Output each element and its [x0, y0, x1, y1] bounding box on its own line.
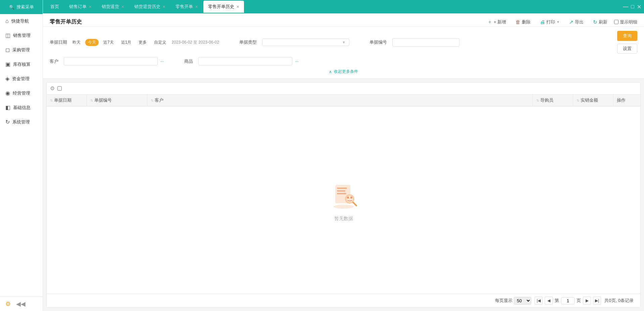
tab-sales-return-close[interactable]: ✕	[121, 5, 124, 9]
finance-icon: ◈	[5, 75, 9, 82]
th-amount-label: 实销金额	[581, 97, 598, 103]
shortcut-custom[interactable]: 自定义	[151, 39, 169, 46]
sidebar-label-inventory: 库存核算	[13, 61, 31, 67]
sort-amount-icon: ⇅	[577, 99, 579, 102]
add-label: + 新增	[494, 19, 506, 25]
prev-page-button[interactable]: ◀	[545, 297, 553, 305]
delete-button[interactable]: 🗑 删除	[513, 18, 533, 27]
export-label: 导出	[575, 19, 584, 25]
tab-retail-open-history[interactable]: 零售开单历史 ✕	[203, 1, 244, 13]
sidebar-label-system: 系统管理	[12, 119, 30, 125]
tab-sales-return-label: 销货退货	[102, 4, 119, 10]
sidebar-search-label: 搜索采单	[16, 4, 34, 10]
sidebar-item-basic-info[interactable]: ◧ 基础信息	[0, 100, 43, 115]
svg-rect-4	[337, 193, 346, 194]
tab-retail-open-close[interactable]: ✕	[195, 5, 198, 9]
tab-sales-return[interactable]: 销货退货 ✕	[97, 1, 129, 13]
window-close-icon[interactable]: ✕	[637, 4, 641, 10]
refresh-label: 刷新	[599, 19, 607, 25]
select-all-checkbox[interactable]	[57, 86, 62, 91]
empty-illustration	[327, 178, 360, 212]
table-head: ⇅ 单据日期 ⇅ 单据编号 ⇅ 客户 ⇅ 导购员 ⇅ 实销金额 操作	[47, 95, 640, 106]
settings-icon[interactable]: ⚙	[5, 300, 11, 308]
svg-line-7	[353, 202, 356, 206]
quick-nav-icon: ⌂	[5, 18, 9, 24]
per-page-dropdown[interactable]: 50 100 200	[514, 297, 531, 305]
collapse-bar[interactable]: ∧ 收起更多条件	[50, 69, 637, 74]
tab-retail-open-history-close[interactable]: ✕	[236, 5, 239, 9]
page-size-select: 每页显示 50 100 200	[495, 297, 531, 305]
table-settings-icon[interactable]: ⚙	[50, 85, 55, 92]
sidebar-item-business[interactable]: ◉ 经营管理	[0, 86, 43, 100]
th-customer[interactable]: ⇅ 客户	[147, 95, 533, 106]
tab-sales-return-history-close[interactable]: ✕	[162, 5, 165, 9]
sidebar-label-quick-nav: 快捷导航	[11, 18, 29, 24]
first-page-button[interactable]: |◀	[535, 297, 543, 305]
show-detail-checkbox[interactable]: 显示明细	[614, 19, 637, 25]
main-content: 首页 销售订单 ✕ 销货退货 ✕ 销货退货历史 ✕ 零售开单 ✕ 零售开单历史 …	[43, 0, 644, 311]
sidebar-item-sales-mgmt[interactable]: ◫ 销售管理	[0, 28, 43, 43]
tab-home[interactable]: 首页	[46, 2, 64, 12]
shortcut-yesterday[interactable]: 昨天	[70, 39, 83, 46]
shortcut-7days[interactable]: 近7天	[101, 39, 116, 46]
add-button[interactable]: ＋ + 新增	[485, 17, 509, 27]
export-icon: ↗	[569, 19, 574, 25]
last-page-button[interactable]: ▶|	[593, 297, 601, 305]
sidebar-search[interactable]: 🔍 搜索采单	[0, 0, 43, 14]
setting-button[interactable]: 设置	[617, 44, 637, 54]
tab-sales-order[interactable]: 销售订单 ✕	[64, 1, 96, 13]
tab-bar-controls: — □ ✕	[623, 4, 641, 10]
goods-input[interactable]	[198, 57, 292, 65]
number-input[interactable]	[392, 38, 459, 47]
customer-more-btn[interactable]: ···	[160, 59, 164, 64]
tab-sales-return-history[interactable]: 销货退货历史 ✕	[130, 1, 170, 13]
page-input[interactable]	[561, 297, 575, 304]
empty-state: 暂无数据	[327, 178, 360, 222]
refresh-button[interactable]: ↻ 刷新	[590, 18, 610, 27]
refresh-icon: ↻	[593, 19, 597, 25]
print-button[interactable]: 🖨 打印 ▼	[537, 18, 562, 27]
sidebar-item-system[interactable]: ↻ 系统管理	[0, 115, 43, 129]
sidebar-item-inventory[interactable]: ▣ 库存核算	[0, 57, 43, 71]
th-amount[interactable]: ⇅ 实销金额	[573, 95, 613, 106]
export-button[interactable]: ↗ 导出	[566, 18, 586, 27]
business-icon: ◉	[5, 90, 10, 96]
type-field: 单据类型 ▼	[239, 39, 349, 46]
page-label: 第	[555, 298, 559, 304]
date-range: 2023-06-02 至 2023-06-02	[171, 40, 219, 45]
window-maximize-icon[interactable]: □	[631, 4, 634, 10]
goods-more-btn[interactable]: ···	[295, 59, 299, 64]
th-guide[interactable]: ⇅ 导购员	[533, 95, 573, 106]
show-detail-input[interactable]	[614, 20, 618, 24]
tab-retail-open-history-label: 零售开单历史	[208, 4, 234, 10]
svg-point-0	[334, 205, 354, 209]
tab-retail-open[interactable]: 零售开单 ✕	[171, 1, 203, 13]
query-button[interactable]: 查询	[617, 31, 637, 41]
page-suffix: 页	[577, 298, 581, 304]
th-guide-label: 导购员	[540, 97, 553, 103]
sidebar-menu: ⌂ 快捷导航 ◫ 销售管理 ◻ 采购管理 ▣ 库存核算 ◈ 资金管理 ◉ 经营管…	[0, 14, 43, 297]
sidebar-item-purchase-mgmt[interactable]: ◻ 采购管理	[0, 43, 43, 57]
shortcut-more[interactable]: 更多	[136, 39, 149, 46]
tab-sales-return-history-label: 销货退货历史	[134, 4, 160, 10]
window-minimize-icon[interactable]: —	[623, 4, 628, 10]
tab-bar: 首页 销售订单 ✕ 销货退货 ✕ 销货退货历史 ✕ 零售开单 ✕ 零售开单历史 …	[43, 0, 644, 13]
shortcut-1month[interactable]: 近1月	[118, 39, 134, 46]
sidebar-item-quick-nav[interactable]: ⌂ 快捷导航	[0, 14, 43, 28]
th-action: 操作	[613, 95, 640, 106]
basic-info-icon: ◧	[5, 104, 10, 111]
date-field: 单据日期 昨天 今天 近7天 近1月 更多 自定义 2023-06-02 至 2…	[50, 39, 219, 46]
sidebar-label-business: 经营管理	[13, 90, 30, 96]
th-date[interactable]: ⇅ 单据日期	[47, 95, 87, 106]
next-page-button[interactable]: ▶	[583, 297, 591, 305]
date-shortcuts: 昨天 今天 近7天 近1月 更多 自定义	[70, 39, 169, 46]
shortcut-today[interactable]: 今天	[85, 39, 99, 46]
svg-rect-2	[337, 188, 347, 189]
collapse-icon[interactable]: ◀◀	[16, 300, 26, 308]
sidebar-item-finance[interactable]: ◈ 资金管理	[0, 71, 43, 86]
tab-sales-order-close[interactable]: ✕	[89, 5, 92, 9]
type-select[interactable]: ▼	[262, 39, 349, 46]
print-label: 打印	[546, 19, 555, 25]
th-number[interactable]: ⇅ 单据编号	[87, 95, 147, 106]
customer-input[interactable]	[64, 57, 158, 65]
